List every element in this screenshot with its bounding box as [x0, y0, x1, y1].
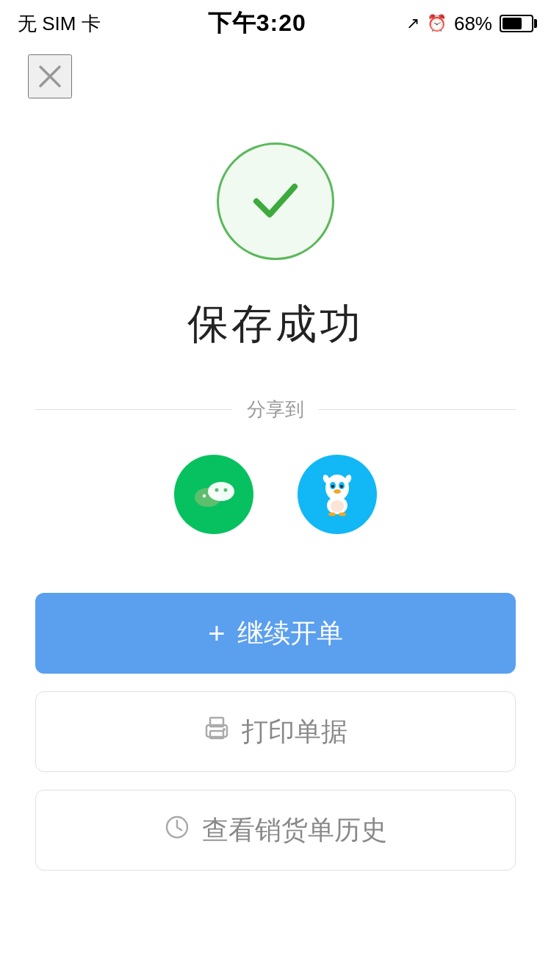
alarm-icon: ⏰	[427, 14, 447, 33]
status-time: 下午3:20	[208, 7, 306, 40]
history-button[interactable]: 查看销货单历史	[35, 790, 516, 871]
share-label: 分享到	[247, 397, 304, 422]
share-divider: 分享到	[35, 397, 516, 422]
status-bar: 无 SIM 卡 下午3:20 ↗ ⏰ 68%	[0, 0, 551, 47]
svg-point-5	[224, 489, 228, 492]
svg-point-23	[223, 728, 226, 731]
svg-point-7	[210, 494, 213, 497]
svg-point-4	[215, 489, 219, 492]
history-label: 查看销货单历史	[202, 813, 387, 849]
share-icons	[174, 455, 377, 534]
location-icon: ↗	[406, 14, 419, 33]
continue-plus-icon: +	[208, 617, 225, 650]
status-carrier-wifi: 无 SIM 卡	[18, 11, 108, 37]
svg-point-3	[208, 482, 234, 501]
svg-point-15	[331, 500, 344, 512]
status-right-icons: ↗ ⏰ 68%	[406, 12, 533, 35]
main-content: 保存成功 分享到	[0, 47, 551, 980]
success-icon-wrapper	[217, 143, 334, 260]
svg-point-12	[331, 485, 334, 488]
print-icon	[204, 716, 230, 748]
close-button[interactable]	[28, 54, 72, 98]
carrier-label: 无 SIM 卡	[18, 11, 101, 37]
divider-left	[35, 409, 232, 410]
success-title: 保存成功	[187, 297, 364, 353]
svg-point-17	[339, 513, 346, 516]
battery-percent: 68%	[454, 12, 492, 35]
svg-point-6	[203, 494, 206, 497]
continue-label: 继续开单	[237, 616, 343, 652]
battery-icon	[500, 15, 533, 32]
print-label: 打印单据	[242, 714, 347, 750]
share-wechat-button[interactable]	[174, 455, 253, 534]
checkmark-icon	[246, 170, 305, 232]
svg-point-13	[340, 485, 343, 488]
continue-button[interactable]: + 继续开单	[35, 593, 516, 674]
print-button[interactable]: 打印单据	[35, 691, 516, 772]
share-qq-button[interactable]	[298, 455, 377, 534]
divider-right	[319, 409, 516, 410]
svg-point-14	[334, 489, 341, 494]
history-icon	[164, 814, 190, 847]
svg-point-16	[328, 513, 336, 516]
action-buttons: + 继续开单 打印单据 查看销货单历史	[35, 593, 516, 871]
